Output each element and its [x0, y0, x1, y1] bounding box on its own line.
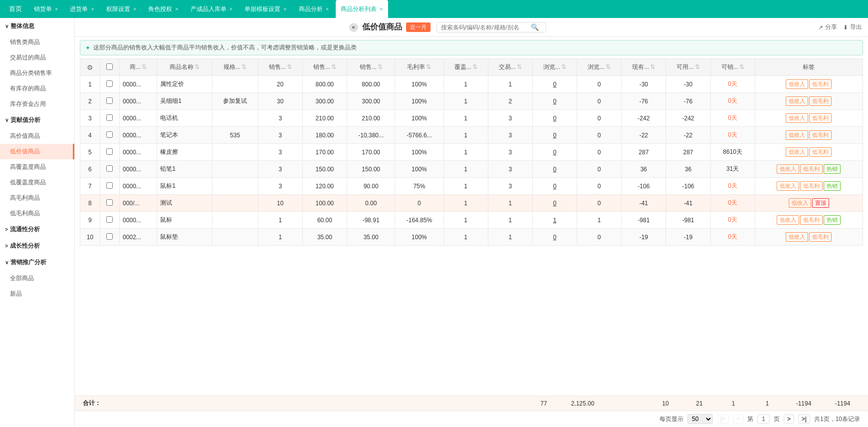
row-checkbox[interactable]	[100, 212, 119, 229]
row-view1[interactable]: 0	[532, 127, 577, 144]
row-code: 0000...	[120, 110, 157, 127]
row-checkbox[interactable]	[100, 195, 119, 212]
view1-value[interactable]: 0	[553, 115, 557, 122]
row-view1[interactable]: 0	[532, 161, 577, 178]
footer-sales-qty: 77	[529, 400, 559, 407]
select-all-checkbox[interactable]	[106, 63, 113, 70]
last-page-button[interactable]: >|	[798, 415, 810, 424]
close-icon[interactable]: ×	[91, 6, 94, 12]
view1-value[interactable]: 0	[553, 234, 557, 241]
sidebar-group-liquidity[interactable]: > 流通性分析	[0, 221, 74, 238]
page-size-label: 每页显示	[659, 415, 683, 424]
row-saleable: 0天	[710, 127, 755, 144]
nav-product-analysis-list[interactable]: 商品分析列表 ×	[336, 0, 388, 18]
view1-value[interactable]: 0	[553, 132, 557, 139]
sidebar-item-new-products[interactable]: 新品	[0, 286, 74, 302]
sidebar-group-overview[interactable]: ∨ 整体信息	[0, 18, 74, 34]
row-trade: 3	[488, 110, 532, 127]
nav-template-settings[interactable]: 单据模板设置 ×	[239, 0, 291, 18]
prev-page-button[interactable]: <	[733, 415, 743, 424]
close-icon[interactable]: ×	[175, 6, 178, 12]
row-checkbox[interactable]	[100, 178, 119, 195]
row-num: 4	[80, 127, 100, 144]
row-view1[interactable]: 0	[532, 93, 577, 110]
sidebar-item-all-products[interactable]: 全部商品	[0, 271, 74, 286]
row-view1[interactable]: 0	[532, 144, 577, 161]
view1-value[interactable]: 0	[553, 149, 557, 156]
view1-value[interactable]: 0	[553, 200, 557, 207]
sidebar-item-high-profit[interactable]: 高毛利商品	[0, 190, 74, 206]
sidebar-item-low-value[interactable]: 低价值商品	[0, 144, 74, 159]
close-icon[interactable]: ×	[326, 6, 329, 12]
row-spec	[212, 144, 258, 161]
available-column-header: 可用...⇅	[666, 59, 710, 76]
row-checkbox[interactable]	[100, 76, 119, 93]
export-button[interactable]: ⬇ 导出	[843, 23, 862, 31]
sidebar-group-contribution[interactable]: ∨ 贡献值分析	[0, 112, 74, 128]
sidebar-group-marketing[interactable]: ∨ 营销推广分析	[0, 254, 74, 271]
row-view1[interactable]: 0	[532, 110, 577, 127]
first-page-button[interactable]: |<	[717, 415, 729, 424]
row-view1[interactable]: 0	[532, 76, 577, 93]
view1-value[interactable]: 0	[553, 166, 557, 173]
row-view1[interactable]: 1	[532, 212, 577, 229]
nav-product-entry[interactable]: 产成品入库单 ×	[186, 0, 237, 18]
row-saleable: 0天	[710, 229, 755, 246]
page-size-select[interactable]: 50 100 200	[687, 414, 713, 424]
nav-permission[interactable]: 权限设置 ×	[101, 0, 141, 18]
sidebar-item-low-profit[interactable]: 低毛利商品	[0, 206, 74, 221]
tag: 低收入	[786, 147, 808, 157]
close-icon[interactable]: ×	[229, 6, 232, 12]
row-view1[interactable]: 0	[532, 229, 577, 246]
sales-qty-column-header: 销售...⇅	[258, 59, 302, 76]
coverage-column-header: 覆盖...⇅	[443, 59, 488, 76]
nav-home[interactable]: 首页	[4, 0, 27, 18]
share-button[interactable]: ↗ 分享	[818, 23, 837, 31]
row-checkbox[interactable]	[100, 144, 119, 161]
row-checkbox[interactable]	[100, 93, 119, 110]
row-checkbox[interactable]	[100, 127, 119, 144]
tag: 低收入	[786, 130, 808, 140]
row-saleable: 31天	[710, 161, 755, 178]
sidebar-item-low-coverage[interactable]: 低覆盖度商品	[0, 175, 74, 190]
row-tags: 低收入低毛利	[755, 110, 863, 127]
table-row: 10 0002... 鼠标垫 1 35.00 35.00 100% 1 1 0 …	[80, 229, 863, 246]
view1-value[interactable]: 0	[553, 183, 557, 190]
row-view1[interactable]: 0	[532, 178, 577, 195]
sidebar-group-growth[interactable]: > 成长性分析	[0, 238, 74, 254]
close-icon[interactable]: ×	[380, 6, 383, 12]
sidebar-item-sales-products[interactable]: 销售类商品	[0, 34, 74, 50]
close-icon[interactable]: ×	[283, 6, 286, 12]
row-code: 0000...	[120, 212, 157, 229]
row-checkbox[interactable]	[100, 229, 119, 246]
view1-value[interactable]: 1	[553, 217, 557, 224]
row-num: 6	[80, 161, 100, 178]
settings-column-header[interactable]: ⚙	[80, 59, 100, 76]
nav-role-auth[interactable]: 角色授权 ×	[143, 0, 183, 18]
tag: 低收入	[777, 164, 799, 174]
sidebar-item-traded-products[interactable]: 交易过的商品	[0, 50, 74, 65]
sidebar-item-inventory-funds[interactable]: 库存资金占用	[0, 96, 74, 112]
close-icon[interactable]: ×	[55, 6, 58, 12]
row-sales-price: 60.00	[302, 212, 347, 229]
row-checkbox[interactable]	[100, 161, 119, 178]
sidebar-collapse-button[interactable]: «	[349, 23, 358, 32]
nav-purchase-order[interactable]: 进货单 ×	[65, 0, 99, 18]
period-button[interactable]: 近一月	[406, 22, 431, 32]
nav-sales-order[interactable]: 销货单 ×	[29, 0, 63, 18]
next-page-button[interactable]: >	[784, 415, 794, 424]
row-view1[interactable]: 0	[532, 195, 577, 212]
sidebar-item-high-value[interactable]: 高价值商品	[0, 128, 74, 144]
nav-product-analysis[interactable]: 商品分析 ×	[294, 0, 334, 18]
checkbox-column-header[interactable]	[100, 59, 119, 76]
row-current: -106	[622, 178, 666, 195]
row-checkbox[interactable]	[100, 110, 119, 127]
sidebar-item-stocked-products[interactable]: 有库存的商品	[0, 81, 74, 96]
view1-value[interactable]: 0	[553, 81, 557, 88]
view1-value[interactable]: 0	[553, 98, 557, 105]
sidebar-item-high-coverage[interactable]: 高覆盖度商品	[0, 159, 74, 175]
search-input[interactable]	[441, 24, 531, 31]
close-icon[interactable]: ×	[133, 6, 136, 12]
sidebar-item-category-sales-rate[interactable]: 商品分类销售率	[0, 65, 74, 81]
search-icon[interactable]: 🔍	[531, 23, 539, 31]
